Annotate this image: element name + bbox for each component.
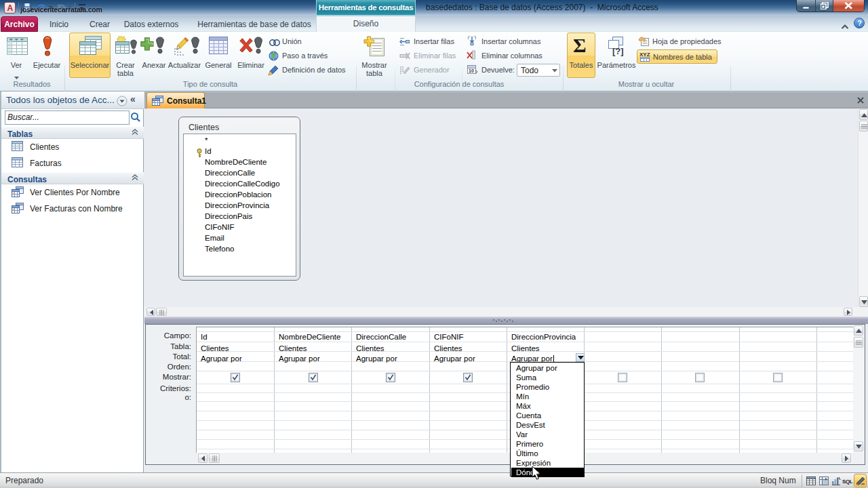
svg-text:10: 10 — [469, 68, 474, 73]
svg-text:XYZ: XYZ — [639, 52, 650, 58]
svg-text:[?]: [?] — [612, 46, 624, 56]
